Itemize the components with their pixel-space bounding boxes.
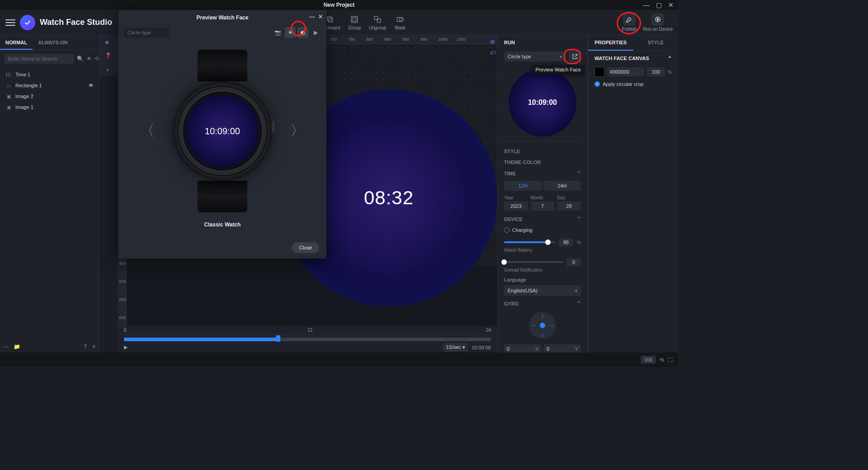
maximize-button[interactable]: ▢	[654, 2, 664, 8]
layer-panel-footer-left: — 📁	[4, 343, 20, 350]
circular-crop-checkbox[interactable]: ✓ Apply circular crop	[588, 80, 678, 89]
battery-value[interactable]: 86	[559, 238, 573, 246]
minimize-button[interactable]: —	[642, 2, 651, 8]
publish-button[interactable]: Publish	[622, 14, 637, 32]
refresh-icon[interactable]: ⟲	[94, 56, 99, 62]
gyro-y-input[interactable]: 0Y	[544, 344, 581, 352]
layer-item-time[interactable]: 12: Time 1	[0, 69, 99, 80]
close-button[interactable]: Close	[292, 242, 319, 253]
day-input[interactable]: 28	[557, 202, 581, 211]
background-color-swatch[interactable]	[594, 67, 604, 77]
tab-always-on[interactable]: ALWAYS-ON	[33, 35, 73, 50]
brightness-icon[interactable]: ☀	[285, 27, 296, 38]
layer-item-image2[interactable]: ▣ Image 2	[0, 91, 99, 102]
timeline-speed-select[interactable]: 1S/sec ▾	[443, 343, 468, 352]
minus-icon[interactable]: —	[4, 343, 9, 350]
preview-popout-button[interactable]	[569, 51, 581, 62]
menu-button[interactable]	[5, 18, 15, 28]
timeline-handle[interactable]	[276, 335, 280, 342]
time-section-label[interactable]: TIME⌃	[498, 168, 587, 179]
run-panel: RUN Circle type Preview Watch Face 10:09…	[497, 35, 588, 352]
title-bar: New Project — ▢ ✕	[0, 0, 678, 10]
battery-slider[interactable]	[504, 241, 555, 243]
toolbar: Backward Group Ungroup Mask	[320, 15, 406, 30]
layer-tabs: NORMAL ALWAYS-ON	[0, 35, 99, 50]
folder-icon[interactable]: 📁	[14, 343, 20, 350]
layer-label: Time 1	[15, 72, 30, 77]
gyro-right-icon[interactable]: →	[548, 322, 554, 329]
aod-toggle-icon[interactable]: ◐	[297, 27, 308, 38]
ungroup-tool[interactable]: Ungroup	[369, 15, 386, 30]
layer-search-input[interactable]	[5, 54, 74, 64]
language-select[interactable]: English(USA)	[504, 285, 581, 296]
timeline: 0 12 24 ▶ 1S/sec ▾ 10:09:00	[118, 326, 497, 352]
header-right: Publish Run on Device	[622, 14, 673, 32]
tab-normal[interactable]: NORMAL	[0, 35, 33, 50]
modal-type-input[interactable]	[124, 28, 169, 38]
group-tool[interactable]: Group	[348, 15, 361, 30]
zoom-value[interactable]: 100	[641, 356, 656, 364]
modal-close-button[interactable]: ✕	[318, 14, 323, 20]
timeline-ruler[interactable]: 0 12 24	[124, 327, 491, 335]
layer-panel-footer-right: ⤒ ≡	[83, 343, 95, 350]
svg-rect-0	[327, 17, 331, 21]
layer-visibility-icon[interactable]: 👁	[89, 83, 94, 88]
search-icon[interactable]: 🔍	[77, 56, 84, 62]
gyro-control[interactable]: ↑ ↓ ← →	[529, 312, 556, 339]
layer-item-rectangle[interactable]: ▭ Rectangle 1 👁	[0, 80, 99, 91]
layer-item-image1[interactable]: ▣ Image 1	[0, 102, 99, 113]
gyro-down-icon[interactable]: ↓	[541, 331, 544, 338]
timeline-track[interactable]	[124, 338, 491, 341]
camera-icon[interactable]: 📷	[272, 27, 283, 38]
upload-icon[interactable]: ⤒	[83, 343, 88, 350]
watch-type-select[interactable]: Circle type	[504, 52, 566, 61]
canvas-section-label[interactable]: WATCH FACE CANVAS⌃	[588, 51, 678, 64]
gyro-x-input[interactable]: 0X	[504, 344, 541, 352]
opacity-input[interactable]: 100	[647, 67, 665, 76]
fit-screen-icon[interactable]: ⛶	[668, 357, 673, 362]
pin-icon[interactable]: 📍	[105, 52, 112, 60]
layers-icon[interactable]: ◈	[105, 39, 112, 46]
layer-label: Rectangle 1	[15, 83, 42, 88]
watch-strap-top	[198, 50, 247, 81]
notification-value[interactable]: 0	[566, 258, 581, 266]
filter-icon[interactable]: ≡	[92, 343, 95, 350]
time-format-toggle: 12H 24H	[498, 179, 587, 193]
background-hex-input[interactable]: #000000	[607, 67, 644, 76]
gyro-center-dot[interactable]	[540, 323, 545, 328]
tab-properties[interactable]: PROPERTIES	[588, 35, 633, 51]
year-input[interactable]: 2023	[504, 202, 528, 211]
app-header: Watch Face Studio Backward Group Ungroup…	[0, 10, 678, 35]
svg-point-7	[400, 17, 404, 21]
watch-name-label: Classic Watch	[118, 217, 326, 237]
notification-slider[interactable]	[504, 261, 563, 263]
gyro-section-label[interactable]: GYRO⌃	[498, 298, 587, 309]
app-logo	[20, 15, 35, 30]
play-icon[interactable]: ▶	[310, 27, 321, 38]
tab-style[interactable]: STYLE	[633, 35, 679, 51]
mask-tool[interactable]: Mask	[394, 15, 406, 30]
close-window-button[interactable]: ✕	[666, 2, 675, 8]
timeline-play-button[interactable]: ▶	[124, 344, 127, 350]
charging-toggle[interactable]: Charging	[498, 225, 587, 235]
radio-icon	[504, 227, 509, 233]
modal-minimize-button[interactable]: —	[309, 14, 315, 20]
12h-button[interactable]: 12H	[504, 181, 542, 191]
gyro-up-icon[interactable]: ↑	[541, 313, 544, 320]
rect-layer-icon: ▭	[5, 82, 12, 89]
month-input[interactable]: 7	[531, 202, 555, 211]
device-section-label[interactable]: DEVICE⌃	[498, 213, 587, 225]
image-layer-icon: ▣	[5, 104, 12, 110]
style-section-label[interactable]: STYLE	[498, 146, 587, 157]
next-arrow[interactable]: 〉	[290, 121, 305, 141]
run-mini-preview: 10:09:00	[509, 69, 576, 136]
visibility-toggle-icon[interactable]: 👁	[86, 56, 92, 62]
24h-button[interactable]: 24H	[543, 181, 581, 191]
theme-color-section-label[interactable]: THEME COLOR	[498, 157, 587, 168]
preview-time-text: 10:09:00	[205, 126, 240, 136]
window-title: New Project	[324, 2, 355, 8]
run-on-device-button[interactable]: Run on Device	[643, 14, 673, 32]
prev-arrow[interactable]: 〈	[140, 121, 155, 141]
gyro-left-icon[interactable]: ←	[531, 322, 537, 329]
add-icon[interactable]: ＋	[105, 66, 112, 73]
